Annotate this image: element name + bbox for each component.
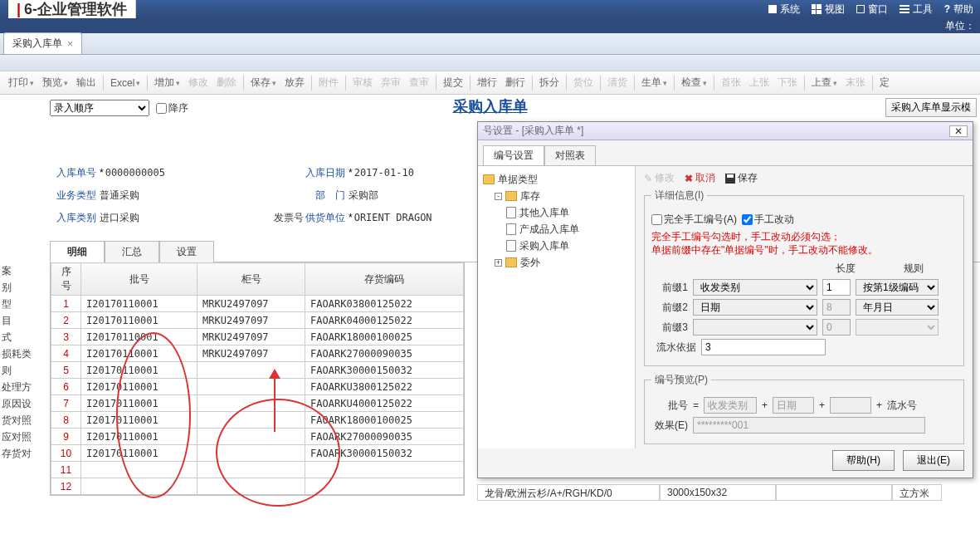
sidebar-item[interactable]: 案 <box>2 262 32 279</box>
menu-system[interactable]: 系统 <box>768 2 800 17</box>
table-row[interactable]: 5I20170110001FAOARK30000150032 <box>51 362 464 379</box>
table-row[interactable]: 11 <box>51 462 464 478</box>
output-button[interactable]: 输出 <box>73 73 100 92</box>
document-tabs: 采购入库单 × <box>0 33 980 55</box>
prefix2-combo[interactable]: 日期 <box>693 299 817 316</box>
prefix1-len[interactable] <box>822 279 851 296</box>
preview-button[interactable]: 预览▾ <box>39 73 71 92</box>
dialog-cancel-button[interactable]: ✖ 取消 <box>685 171 715 185</box>
excel-button[interactable]: Excel▾ <box>107 75 144 91</box>
gen-button[interactable]: 生单▾ <box>638 73 670 92</box>
sidebar-item[interactable]: 存货对 <box>2 445 32 462</box>
abandon-button[interactable]: 放弃 <box>281 73 308 92</box>
dialog-save-button[interactable]: 保存 <box>725 171 758 185</box>
prefix2-rule[interactable]: 年月日 <box>856 299 939 316</box>
seq-input[interactable] <box>701 339 826 355</box>
manual-full-checkbox[interactable]: 完全手工编号(A) <box>651 213 737 227</box>
submit-button[interactable]: 提交 <box>440 73 466 92</box>
sidebar-item[interactable]: 式 <box>2 329 32 345</box>
sort-combo[interactable]: 录入顺序 <box>50 100 149 116</box>
check-button[interactable]: 检查▾ <box>678 73 710 92</box>
sidebar-item[interactable]: 应对照 <box>2 429 32 445</box>
col-cab[interactable]: 柜号 <box>197 263 305 296</box>
intype-label: 入库类别 <box>50 211 96 225</box>
tree-product-in[interactable]: 产成品入库单 <box>483 221 630 238</box>
table-row[interactable]: 12 <box>51 478 464 495</box>
manual-change-checkbox[interactable]: 手工改动 <box>742 213 794 227</box>
collapse-icon[interactable]: - <box>495 193 502 200</box>
menu-window[interactable]: 窗口 <box>856 2 888 17</box>
display-template-button[interactable]: 采购入库单显示模 <box>885 98 977 117</box>
tab-shezhi[interactable]: 设置 <box>159 241 214 262</box>
menu-help[interactable]: ?帮助 <box>944 2 973 17</box>
prefix1-combo[interactable]: 收发类别 <box>693 279 817 296</box>
page-title: 采购入库单 <box>453 96 528 116</box>
pv-batch-label: 批号 <box>651 399 688 413</box>
dtab-mapping[interactable]: 对照表 <box>544 145 596 165</box>
sidebar-item[interactable]: 则 <box>2 362 32 379</box>
table-row[interactable]: 4I20170110001MRKU2497097FAOARK2700009003… <box>51 345 464 362</box>
table-row[interactable]: 2I20170110001MRKU2497097FAOARK0400012502… <box>51 312 464 329</box>
warning-text: 完全手工编号勾选时，手工改动必须勾选； 单据前缀中存在"单据编号"时，手工改动不… <box>651 230 957 257</box>
lastp-button: 末张 <box>842 73 869 92</box>
tree-purchase-in[interactable]: 采购入库单 <box>483 238 630 254</box>
menu-view[interactable]: 视图 <box>812 2 845 17</box>
table-row[interactable]: 1I20170110001MRKU2497097FAOARK0380012502… <box>51 296 464 312</box>
dept-value: 采购部 <box>349 189 378 201</box>
set-button[interactable]: 定 <box>876 73 893 92</box>
exit-button[interactable]: 退出(E) <box>903 450 964 471</box>
desc-checkbox[interactable]: 降序 <box>156 101 188 115</box>
tree-other-in[interactable]: 其他入库单 <box>483 204 630 221</box>
prefix2-label: 前缀2 <box>651 301 688 315</box>
tab-mingxi[interactable]: 明细 <box>50 241 105 262</box>
delete-button: 删除 <box>213 73 240 92</box>
table-row[interactable]: 3I20170110001MRKU2497097FAOARK1800010002… <box>51 329 464 345</box>
table-row[interactable]: 10I20170110001FAOARK30000150032 <box>51 445 464 462</box>
col-inv[interactable]: 存货编码 <box>305 263 464 296</box>
unit-bar: 单位： <box>0 18 980 33</box>
dialog-close-icon[interactable]: ✕ <box>949 125 968 137</box>
help-button[interactable]: 帮助(H) <box>832 450 895 471</box>
save-button[interactable]: 保存▾ <box>247 73 280 92</box>
sidebar-item[interactable]: 损耗类 <box>2 345 32 362</box>
dtab-numbering[interactable]: 编号设置 <box>483 145 544 165</box>
sidebar-item[interactable]: 货对照 <box>2 412 32 429</box>
invoice-label: 发票号 <box>274 211 304 225</box>
biztype-label: 业务类型 <box>50 189 96 203</box>
sidebar-item[interactable]: 原因设 <box>2 395 32 412</box>
menu-tool[interactable]: 工具 <box>900 2 933 17</box>
addrow-button[interactable]: 增行 <box>474 73 500 92</box>
prefix3-combo[interactable] <box>693 319 817 336</box>
extra-row: 龙骨/欧洲云杉/A+/RGH/KD/0 3000x150x32 立方米 <box>477 484 942 501</box>
tab-purchase-in[interactable]: 采购入库单 × <box>3 32 82 54</box>
table-row[interactable]: 7I20170110001FAOARKU4000125022 <box>51 395 464 412</box>
app-title: |6-企业管理软件 <box>8 0 136 18</box>
doc-type-tree[interactable]: 单据类型 -库存 其他入库单 产成品入库单 采购入库单 +委外 <box>478 166 636 448</box>
split-button[interactable]: 拆分 <box>536 73 563 92</box>
lastq-button[interactable]: 上查▾ <box>808 73 841 92</box>
sidebar-item[interactable]: 型 <box>2 296 32 312</box>
pv-seq-label: 流水号 <box>887 399 917 413</box>
detail-grid[interactable]: 序号 批号 柜号 存货编码 1I20170110001MRKU2497097FA… <box>50 262 465 496</box>
table-row[interactable]: 6I20170110001FAOARKU3800125022 <box>51 379 464 395</box>
expand-icon[interactable]: + <box>495 259 502 267</box>
table-row[interactable]: 8I20170110001FAOARK18000100025 <box>51 412 464 429</box>
sidebar-item[interactable]: 别 <box>2 279 32 296</box>
col-batch[interactable]: 批号 <box>81 263 197 296</box>
page-icon <box>506 240 516 252</box>
close-icon[interactable]: × <box>67 38 73 50</box>
table-row[interactable]: 9I20170110001FAOARK27000090035 <box>51 429 464 445</box>
extra-unit: 立方米 <box>892 484 942 501</box>
top-menu: 系统 视图 窗口 工具 ?帮助 <box>0 0 980 18</box>
sidebar-item[interactable]: 处理方 <box>2 379 32 395</box>
col-idx[interactable]: 序号 <box>51 263 81 296</box>
folder-icon <box>483 174 495 184</box>
delrow-button[interactable]: 删行 <box>502 73 529 92</box>
audit-button: 审核 <box>349 73 376 92</box>
indate-value: 2017-01-10 <box>354 167 414 179</box>
add-button[interactable]: 增加▾ <box>151 73 183 92</box>
prefix1-rule[interactable]: 按第1级编码 <box>856 279 939 296</box>
dialog-edit-button: ✎ 修改 <box>644 171 675 185</box>
sidebar-item[interactable]: 目 <box>2 312 32 329</box>
tab-huizong[interactable]: 汇总 <box>105 241 159 262</box>
